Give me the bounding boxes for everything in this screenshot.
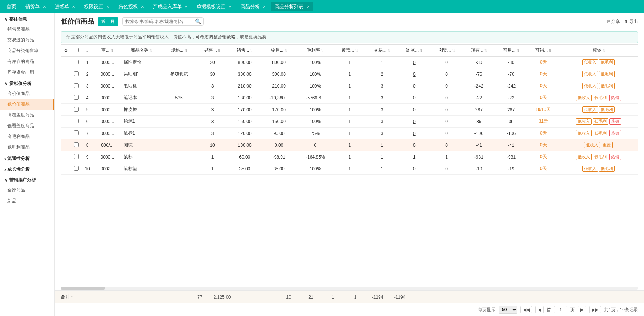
col-sale3[interactable]: 销售...⇅ <box>261 45 297 57</box>
row-stock1: -19 <box>463 163 495 175</box>
sidebar-item-new-goods[interactable]: 新品 <box>0 196 54 206</box>
chevron-right-icon-2: › <box>4 167 6 172</box>
sidebar-item-low-profit[interactable]: 低毛利商品 <box>0 142 54 153</box>
row-sale2: 800.00 <box>229 57 261 68</box>
col-check[interactable] <box>71 45 81 57</box>
col-code[interactable]: 商...⇅ <box>93 45 121 57</box>
close-purchase-icon[interactable]: ✕ <box>72 4 75 9</box>
table-wrap[interactable]: ⚙ # 商...⇅ 商品名称⇅ 规格...⇅ 销售...⇅ 销售...⇅ 销售.… <box>55 44 644 286</box>
col-spec[interactable]: 规格...⇅ <box>162 45 196 57</box>
close-analysis-icon[interactable]: ✕ <box>262 4 266 9</box>
close-sales-icon[interactable]: ✕ <box>43 4 46 9</box>
period-button[interactable]: 近一月 <box>98 17 118 26</box>
col-browse2[interactable]: 浏览...⇅ <box>430 45 463 57</box>
row-checkbox[interactable] <box>74 154 79 159</box>
col-sale1[interactable]: 销售...⇅ <box>196 45 228 57</box>
sidebar-group-marketing[interactable]: ∨ 营销推广分析 <box>0 174 54 185</box>
col-sale2[interactable]: 销售...⇅ <box>229 45 261 57</box>
row-browse1-link[interactable]: 0 <box>413 166 416 171</box>
row-days-badge: 0天 <box>540 154 547 159</box>
nav-permission[interactable]: 权限设置 ✕ <box>80 2 113 11</box>
row-checkbox[interactable] <box>74 95 79 100</box>
sidebar-group-circulation[interactable]: › 流通性分析 <box>0 153 54 163</box>
row-cover: 1 <box>333 151 366 163</box>
row-browse1-link[interactable]: 1 <box>413 154 416 160</box>
close-analysis-list-icon[interactable]: ✕ <box>306 4 310 9</box>
sidebar-item-high-coverage[interactable]: 高覆盖度商品 <box>0 110 54 120</box>
close-role-icon[interactable]: ✕ <box>141 4 144 9</box>
nav-analysis-list[interactable]: 商品分析列表 ✕ <box>271 2 313 11</box>
sidebar-item-sales-goods[interactable]: 销售类商品 <box>0 24 54 35</box>
row-sale1: 3 <box>196 80 228 92</box>
next-page-button[interactable]: ▶ <box>578 306 586 313</box>
sidebar-item-all-goods[interactable]: 全部商品 <box>0 185 54 196</box>
row-checkbox[interactable] <box>74 107 79 112</box>
select-all-checkbox[interactable] <box>74 48 79 52</box>
nav-analysis[interactable]: 商品分析 ✕ <box>237 2 270 11</box>
col-profit-rate[interactable]: 毛利率⇅ <box>297 45 334 57</box>
col-gear[interactable]: ⚙ <box>61 45 71 57</box>
row-checkbox[interactable] <box>74 130 79 135</box>
search-icon[interactable]: 🔍 <box>195 18 201 24</box>
sidebar-item-stocked-goods[interactable]: 有库存的商品 <box>0 56 54 67</box>
nav-role[interactable]: 角色授权 ✕ <box>115 2 148 11</box>
col-stock2[interactable]: 可用...⇅ <box>495 45 527 57</box>
col-stock3[interactable]: 可销...⇅ <box>527 45 560 57</box>
row-checkbox[interactable] <box>74 119 79 123</box>
header-right: ⎘ 分享 ⬆ 导出 <box>607 18 638 25</box>
close-warehouse-icon[interactable]: ✕ <box>184 4 188 9</box>
col-stock1[interactable]: 现有...⇅ <box>463 45 495 57</box>
row-browse1-link[interactable]: 0 <box>413 131 416 136</box>
col-browse1[interactable]: 浏览...⇅ <box>398 45 430 57</box>
search-input[interactable] <box>122 17 204 26</box>
horizontal-scrollbar[interactable] <box>61 287 638 290</box>
col-trade[interactable]: 交易...⇅ <box>366 45 398 57</box>
sidebar-item-low-value[interactable]: 低价值商品 <box>0 99 54 110</box>
footer-cell-spec <box>167 295 189 300</box>
col-tags[interactable]: 标签⇅ <box>560 45 638 57</box>
row-checkbox[interactable] <box>74 142 79 147</box>
row-checkbox[interactable] <box>74 83 79 88</box>
prev-page-button[interactable]: ◀ <box>535 306 544 313</box>
row-browse1-link[interactable]: 0 <box>413 143 416 148</box>
row-num: 10 <box>81 163 93 175</box>
nav-sales[interactable]: 销货单 ✕ <box>21 2 50 11</box>
scrollbar-thumb[interactable] <box>61 287 105 290</box>
nav-warehouse[interactable]: 产成品入库单 ✕ <box>149 2 192 11</box>
per-page-select[interactable]: 50 100 200 <box>499 306 517 314</box>
row-browse1-link[interactable]: 0 <box>413 60 416 65</box>
row-checkbox[interactable] <box>74 60 79 64</box>
sidebar-item-high-value[interactable]: 高价值商品 <box>0 88 54 99</box>
row-checkbox[interactable] <box>74 166 79 171</box>
nav-purchase[interactable]: 进货单 ✕ <box>51 2 79 11</box>
row-days-badge: 0天 <box>540 142 547 147</box>
row-browse1-link[interactable]: 0 <box>413 84 416 89</box>
sidebar-item-traded-goods[interactable]: 交易过的商品 <box>0 35 54 45</box>
sidebar-item-stock-fund[interactable]: 库存资金占用 <box>0 67 54 78</box>
row-browse1-link[interactable]: 0 <box>413 119 416 124</box>
nav-home[interactable]: 首页 <box>3 2 20 11</box>
export-button[interactable]: ⬆ 导出 <box>624 18 638 25</box>
sidebar-item-low-coverage[interactable]: 低覆盖度商品 <box>0 120 54 131</box>
col-name[interactable]: 商品名称⇅ <box>121 45 162 57</box>
page-number-input[interactable] <box>554 306 567 313</box>
sidebar-group-overall[interactable]: ∨ 整体信息 <box>0 13 54 24</box>
close-template-icon[interactable]: ✕ <box>228 4 232 9</box>
last-page-button[interactable]: ▶▶ <box>589 306 601 313</box>
first-page-button[interactable]: ◀◀ <box>520 306 532 313</box>
sidebar-item-category-rate[interactable]: 商品分类销售率 <box>0 45 54 56</box>
share-button[interactable]: ⎘ 分享 <box>607 18 620 25</box>
sidebar-group-contribution[interactable]: ∨ 贡献值分析 <box>0 78 54 88</box>
nav-template[interactable]: 单据模板设置 ✕ <box>193 2 235 11</box>
row-stock3: 0天 <box>527 68 560 80</box>
close-permission-icon[interactable]: ✕ <box>106 4 110 9</box>
row-cover: 1 <box>333 68 366 80</box>
row-browse1-link[interactable]: 0 <box>413 95 416 101</box>
sidebar-group-growth[interactable]: › 成长性分析 <box>0 163 54 174</box>
row-sale2: 170.00 <box>229 104 261 116</box>
row-browse1-link[interactable]: 0 <box>413 72 416 77</box>
sidebar-item-high-profit[interactable]: 高毛利商品 <box>0 131 54 142</box>
row-checkbox[interactable] <box>74 71 79 76</box>
row-browse1-link[interactable]: 0 <box>413 107 416 112</box>
col-cover[interactable]: 覆盖...⇅ <box>333 45 366 57</box>
